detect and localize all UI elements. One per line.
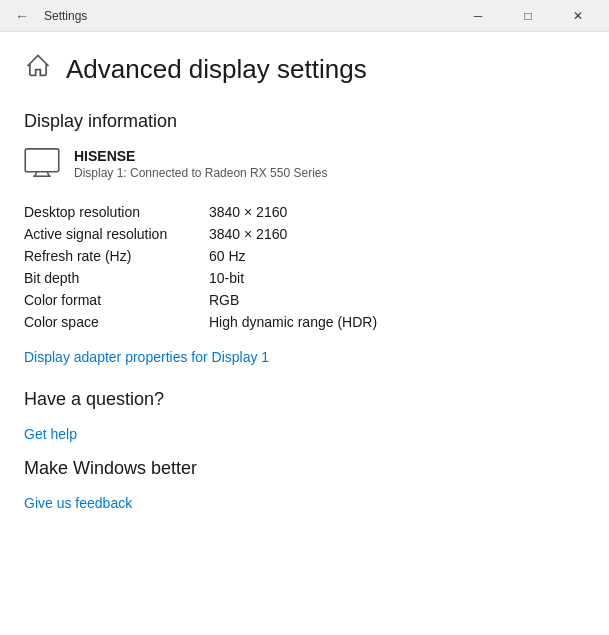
question-heading: Have a question? xyxy=(24,389,585,410)
info-label: Refresh rate (Hz) xyxy=(24,248,209,264)
display-info-table: Desktop resolution3840 × 2160Active sign… xyxy=(24,201,585,333)
info-value: 60 Hz xyxy=(209,248,246,264)
info-label: Active signal resolution xyxy=(24,226,209,242)
maximize-button[interactable]: □ xyxy=(505,0,551,32)
monitor-subtitle: Display 1: Connected to Radeon RX 550 Se… xyxy=(74,166,327,180)
table-row: Active signal resolution3840 × 2160 xyxy=(24,223,585,245)
back-button[interactable]: ← xyxy=(8,2,36,30)
monitor-icon xyxy=(24,148,60,181)
display-info-heading: Display information xyxy=(24,111,585,132)
table-row: Color formatRGB xyxy=(24,289,585,311)
info-value: 3840 × 2160 xyxy=(209,204,287,220)
home-icon xyxy=(24,52,52,87)
close-button[interactable]: ✕ xyxy=(555,0,601,32)
minimize-button[interactable]: ─ xyxy=(455,0,501,32)
get-help-link[interactable]: Get help xyxy=(24,426,77,442)
table-row: Color spaceHigh dynamic range (HDR) xyxy=(24,311,585,333)
svg-rect-0 xyxy=(25,149,59,172)
title-bar-controls: ─ □ ✕ xyxy=(455,0,601,32)
info-label: Color space xyxy=(24,314,209,330)
title-bar-title: Settings xyxy=(44,9,87,23)
adapter-properties-link[interactable]: Display adapter properties for Display 1 xyxy=(24,349,269,365)
info-value: High dynamic range (HDR) xyxy=(209,314,377,330)
title-bar-left: ← Settings xyxy=(8,2,87,30)
page-title: Advanced display settings xyxy=(66,54,367,85)
monitor-name: HISENSE xyxy=(74,148,327,164)
display-information-section: Display information HISENSE Display 1: C… xyxy=(24,111,585,365)
table-row: Bit depth10-bit xyxy=(24,267,585,289)
display-info-text: HISENSE Display 1: Connected to Radeon R… xyxy=(74,148,327,180)
info-value: RGB xyxy=(209,292,239,308)
feedback-heading: Make Windows better xyxy=(24,458,585,479)
feedback-section: Make Windows better Give us feedback xyxy=(24,458,585,511)
info-value: 10-bit xyxy=(209,270,244,286)
table-row: Refresh rate (Hz)60 Hz xyxy=(24,245,585,267)
info-value: 3840 × 2160 xyxy=(209,226,287,242)
info-label: Color format xyxy=(24,292,209,308)
title-bar: ← Settings ─ □ ✕ xyxy=(0,0,609,32)
question-section: Have a question? Get help xyxy=(24,389,585,442)
page-header: Advanced display settings xyxy=(24,52,585,87)
content-area: Advanced display settings Display inform… xyxy=(0,32,609,635)
info-label: Bit depth xyxy=(24,270,209,286)
info-label: Desktop resolution xyxy=(24,204,209,220)
table-row: Desktop resolution3840 × 2160 xyxy=(24,201,585,223)
display-card: HISENSE Display 1: Connected to Radeon R… xyxy=(24,148,585,181)
give-feedback-link[interactable]: Give us feedback xyxy=(24,495,132,511)
